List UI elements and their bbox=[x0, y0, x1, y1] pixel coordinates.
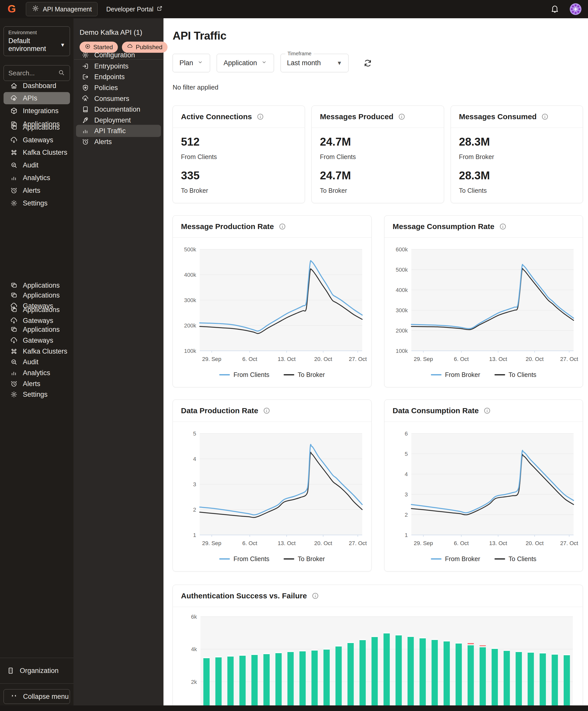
svg-text:5: 5 bbox=[405, 451, 408, 457]
svg-text:6. Oct: 6. Oct bbox=[454, 356, 469, 362]
sidebar-item-dashboard[interactable]: Dashboard bbox=[3, 80, 70, 92]
application-filter-label: Application bbox=[224, 59, 257, 67]
sidebar-item-configuration[interactable]: Configuration bbox=[76, 49, 161, 61]
application-filter-button[interactable]: Application bbox=[217, 54, 274, 72]
info-icon[interactable] bbox=[398, 113, 406, 121]
timeframe-label: Timeframe bbox=[286, 51, 314, 57]
sidebar-item-api-traffic[interactable]: API Traffic bbox=[76, 125, 161, 137]
info-icon[interactable] bbox=[499, 223, 507, 230]
info-icon[interactable] bbox=[541, 113, 549, 121]
legend-line-swatch bbox=[431, 374, 442, 375]
chevron-down-icon bbox=[197, 59, 203, 67]
arrow-out-box-icon bbox=[82, 73, 89, 81]
sidebar-nav: DashboardAPIsIntegrationsApplicationsGat… bbox=[0, 18, 73, 711]
app-switcher-button[interactable]: API Management bbox=[26, 2, 97, 16]
sidebar-item-integrations[interactable]: Integrations bbox=[3, 105, 70, 117]
sidebar-item-endpoints[interactable]: Endpoints bbox=[76, 71, 161, 83]
sidebar-item-gateways[interactable]: Gateways bbox=[3, 134, 70, 146]
svg-text:20. Oct: 20. Oct bbox=[526, 540, 544, 546]
user-avatar[interactable] bbox=[570, 3, 582, 15]
cube-icon bbox=[10, 107, 18, 115]
plan-filter-button[interactable]: Plan bbox=[173, 54, 210, 72]
svg-text:500k: 500k bbox=[184, 246, 197, 253]
sidebar-item-applications[interactable]: Applications bbox=[3, 304, 70, 316]
info-icon[interactable] bbox=[483, 407, 491, 414]
legend-item-from-broker[interactable]: From Broker bbox=[431, 555, 480, 563]
sidebar-item-analytics[interactable]: Analytics bbox=[3, 172, 70, 184]
svg-text:6: 6 bbox=[405, 430, 408, 437]
sidebar-item-policies[interactable]: Policies bbox=[76, 82, 161, 94]
stat-label: From Clients bbox=[320, 153, 435, 160]
stat-label: From Clients bbox=[181, 153, 296, 160]
svg-text:2: 2 bbox=[193, 507, 196, 513]
legend-item-from-clients[interactable]: From Clients bbox=[219, 371, 269, 379]
info-icon[interactable] bbox=[263, 407, 270, 414]
sidebar-item-alerts[interactable]: Alerts bbox=[3, 378, 70, 390]
legend-item-to-clients[interactable]: To Clients bbox=[495, 371, 537, 379]
messages-consumed-card: Messages Consumed 28.3M From Broker 28.3… bbox=[451, 106, 583, 203]
sidebar-item-applications[interactable]: Applications bbox=[3, 323, 70, 336]
svg-text:100k: 100k bbox=[395, 348, 408, 354]
developer-portal-link[interactable]: Developer Portal bbox=[106, 5, 163, 13]
timeframe-select[interactable]: Timeframe Last month ▼ bbox=[280, 54, 348, 72]
svg-text:4: 4 bbox=[405, 471, 408, 477]
info-icon[interactable] bbox=[312, 592, 319, 600]
sidebar-item-settings[interactable]: Settings bbox=[3, 197, 70, 209]
sidebar-item-audit[interactable]: Audit bbox=[3, 159, 70, 171]
sidebar-bottom: Organization Collapse menu bbox=[0, 658, 73, 711]
sidebar-item-apis[interactable]: APIs bbox=[3, 92, 70, 104]
external-link-icon bbox=[156, 5, 163, 13]
notifications-bell-icon[interactable] bbox=[550, 4, 560, 15]
sidebar-item-organization[interactable]: Organization bbox=[0, 665, 73, 677]
message-production-rate-chart: 100k200k300k400k500k29. Sep6. Oct13. Oct… bbox=[176, 240, 368, 368]
legend-line-swatch bbox=[495, 558, 505, 560]
sidebar-item-entrypoints[interactable]: Entrypoints bbox=[76, 60, 161, 72]
svg-text:200k: 200k bbox=[395, 327, 408, 334]
svg-text:13. Oct: 13. Oct bbox=[489, 540, 507, 546]
main-content: API Traffic Plan Application Timeframe L… bbox=[163, 18, 588, 711]
sidebar-item-documentation[interactable]: Documentation bbox=[76, 103, 161, 115]
collapse-menu-button[interactable]: Collapse menu bbox=[3, 689, 70, 704]
legend-item-to-broker[interactable]: To Broker bbox=[284, 555, 325, 563]
stat-value: 24.7M bbox=[320, 169, 435, 182]
sidebar-item-kafka-clusters[interactable]: Kafka Clusters bbox=[3, 345, 70, 358]
sidebar-item-applications[interactable]: Applications bbox=[3, 289, 70, 301]
sidebar-item-settings[interactable]: Settings bbox=[3, 388, 70, 401]
sidebar-item-alerts[interactable]: Alerts bbox=[76, 136, 161, 148]
sidebar-item-gateways[interactable]: Gateways bbox=[3, 334, 70, 346]
stat-value: 28.3M bbox=[459, 169, 574, 182]
command-icon bbox=[10, 149, 18, 156]
sidebar-item-kafka-clusters[interactable]: Kafka Clusters bbox=[3, 146, 70, 158]
authentication-card: Authentication Success vs. Failure 02k4k… bbox=[173, 585, 583, 711]
svg-text:2k: 2k bbox=[191, 679, 197, 685]
alarm-icon bbox=[10, 380, 18, 388]
sidebar-item-audit[interactable]: Audit bbox=[3, 356, 70, 368]
bar-chart-icon bbox=[10, 174, 18, 181]
sidebar-item-analytics[interactable]: Analytics bbox=[3, 367, 70, 379]
legend-item-to-broker[interactable]: To Broker bbox=[284, 371, 325, 379]
sidebar-item-applications[interactable]: Applications bbox=[3, 121, 70, 133]
info-icon[interactable] bbox=[278, 223, 286, 230]
stat-value: 335 bbox=[181, 169, 296, 182]
svg-text:29. Sep: 29. Sep bbox=[414, 540, 433, 546]
legend-item-from-clients[interactable]: From Clients bbox=[219, 555, 269, 563]
sidebar-item-alerts[interactable]: Alerts bbox=[3, 185, 70, 197]
info-icon[interactable] bbox=[256, 113, 264, 121]
gravitee-logo-icon[interactable]: G bbox=[6, 3, 18, 15]
legend-item-to-clients[interactable]: To Clients bbox=[495, 555, 537, 563]
svg-text:29. Sep: 29. Sep bbox=[202, 356, 222, 362]
sidebar-item-consumers[interactable]: Consumers bbox=[76, 92, 161, 105]
legend-item-from-broker[interactable]: From Broker bbox=[431, 371, 480, 379]
svg-text:6. Oct: 6. Oct bbox=[242, 540, 257, 546]
chart-legend: From ClientsTo Broker bbox=[176, 552, 368, 569]
chart-legend: From ClientsTo Broker bbox=[176, 368, 368, 385]
svg-text:4k: 4k bbox=[191, 646, 197, 652]
svg-text:6k: 6k bbox=[191, 613, 197, 620]
messages-produced-card: Messages Produced 24.7M From Clients 24.… bbox=[312, 106, 444, 203]
chart-legend: From BrokerTo Clients bbox=[388, 552, 579, 569]
svg-text:27. Oct: 27. Oct bbox=[560, 540, 578, 546]
card-title: Messages Consumed bbox=[459, 112, 537, 121]
refresh-button[interactable] bbox=[363, 58, 373, 68]
sidebar-item-deployment[interactable]: Deployment bbox=[76, 114, 161, 126]
alarm-icon bbox=[10, 187, 18, 194]
